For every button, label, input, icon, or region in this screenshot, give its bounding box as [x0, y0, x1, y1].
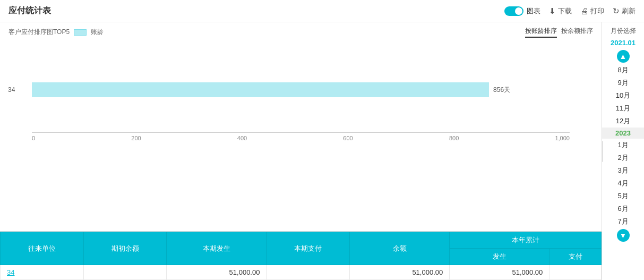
month-11[interactable]: 11月 [602, 102, 644, 115]
month-8[interactable]: 8月 [602, 64, 644, 77]
cell-occur: 51,000.00 [167, 265, 267, 280]
x-tick-600: 600 [343, 135, 353, 141]
col-occur: 本期发生 [167, 232, 267, 265]
legend-label: 客户应付排序图TOP5 [8, 28, 70, 37]
legend-box-label: 账龄 [91, 28, 104, 37]
month-list: 8月 9月 10月 11月 12月 2023 1月 2月 3月 4月 5月 6月… [602, 64, 644, 228]
month-6[interactable]: 6月 [602, 202, 644, 215]
refresh-icon: ↻ [613, 6, 620, 16]
sort-by-balance-button[interactable]: 按余额排序 [561, 27, 593, 38]
chart-area: 34 856天 0 200 400 600 800 1,000 [0, 42, 602, 231]
month-4[interactable]: 4月 [602, 177, 644, 190]
sidebar-collapse-button[interactable]: ▶ [602, 141, 603, 162]
col-pay: 本期支付 [267, 232, 350, 265]
chart-sort: 按账龄排序 按余额排序 [525, 27, 593, 38]
x-tick-200: 200 [131, 135, 141, 141]
nav-up-button[interactable]: ▲ [617, 50, 630, 63]
month-3[interactable]: 3月 [602, 164, 644, 177]
print-button[interactable]: 🖨 打印 [580, 6, 604, 16]
print-icon: 🖨 [580, 6, 588, 15]
x-tick-400: 400 [237, 135, 247, 141]
header-actions: 图表 ⬇ 下载 🖨 打印 ↻ 刷新 [504, 6, 636, 16]
chart-header: 客户应付排序图TOP5 账龄 按账龄排序 按余额排序 [0, 22, 602, 42]
legend-box [74, 29, 87, 36]
table-section: 往来单位 期初余额 本期发生 本期支付 余额 本年累计 发生 支付 [0, 231, 602, 280]
download-button[interactable]: ⬇ 下载 [549, 6, 572, 16]
sidebar-nav: ▲ 8月 9月 10月 11月 12月 2023 1月 2月 3月 4月 5月 … [602, 49, 644, 243]
month-5[interactable]: 5月 [602, 190, 644, 202]
x-tick-800: 800 [449, 135, 459, 141]
bar-end-label: 856天 [493, 86, 510, 95]
toggle-label: 图表 [527, 6, 540, 16]
chart-toggle[interactable] [504, 6, 523, 16]
sidebar: ▶ 月份选择 2021.01 ▲ 8月 9月 10月 11月 12月 2023 … [602, 22, 644, 280]
refresh-button[interactable]: ↻ 刷新 [613, 6, 636, 16]
x-axis: 0 200 400 600 800 1,000 [32, 132, 570, 141]
download-icon: ⬇ [549, 6, 556, 16]
chart-legend: 客户应付排序图TOP5 账龄 [8, 28, 104, 37]
col-balance: 余额 [350, 232, 450, 265]
nav-down-button[interactable]: ▼ [617, 229, 630, 242]
x-tick-0: 0 [32, 135, 35, 141]
cell-year-occur: 51,000.00 [450, 265, 549, 280]
table-row: 34 51,000.00 51,000.00 51,000.00 [1, 265, 602, 280]
cell-balance: 51,000.00 [350, 265, 450, 280]
sidebar-title: 月份选择 [611, 27, 636, 36]
month-1[interactable]: 1月 [602, 139, 644, 151]
sort-by-amount-button[interactable]: 按账龄排序 [525, 27, 557, 38]
table-wrapper[interactable]: 往来单位 期初余额 本期发生 本期支付 余额 本年累计 发生 支付 [0, 232, 602, 280]
month-12[interactable]: 12月 [602, 115, 644, 128]
chart-section: 客户应付排序图TOP5 账龄 按账龄排序 按余额排序 34 [0, 22, 602, 280]
month-7[interactable]: 7月 [602, 215, 644, 228]
col-opening: 期初余额 [83, 232, 167, 265]
year-marker: 2023 [602, 128, 644, 139]
data-table: 往来单位 期初余额 本期发生 本期支付 余额 本年累计 发生 支付 [0, 232, 602, 280]
sidebar-current: 2021.01 [611, 39, 636, 47]
cell-pay [267, 265, 350, 280]
toggle-container: 图表 [504, 6, 540, 16]
cell-unit[interactable]: 34 [1, 265, 84, 280]
month-10[interactable]: 10月 [602, 89, 644, 102]
cell-opening [83, 265, 167, 280]
col-year-group: 本年累计 [450, 232, 602, 249]
page: 应付统计表 图表 ⬇ 下载 🖨 打印 ↻ 刷新 [0, 0, 644, 280]
bar-label: 34 [8, 86, 15, 94]
month-2[interactable]: 2月 [602, 151, 644, 164]
bar [32, 82, 489, 97]
month-9[interactable]: 9月 [602, 77, 644, 89]
x-tick-1000: 1,000 [555, 135, 570, 141]
cell-year-pay [549, 265, 602, 280]
col-unit: 往来单位 [1, 232, 84, 265]
main-content: 客户应付排序图TOP5 账龄 按账龄排序 按余额排序 34 [0, 22, 644, 280]
col-year-occur: 发生 [450, 249, 549, 265]
page-title: 应付统计表 [8, 5, 51, 16]
header: 应付统计表 图表 ⬇ 下载 🖨 打印 ↻ 刷新 [0, 0, 644, 22]
col-year-pay: 支付 [549, 249, 602, 265]
